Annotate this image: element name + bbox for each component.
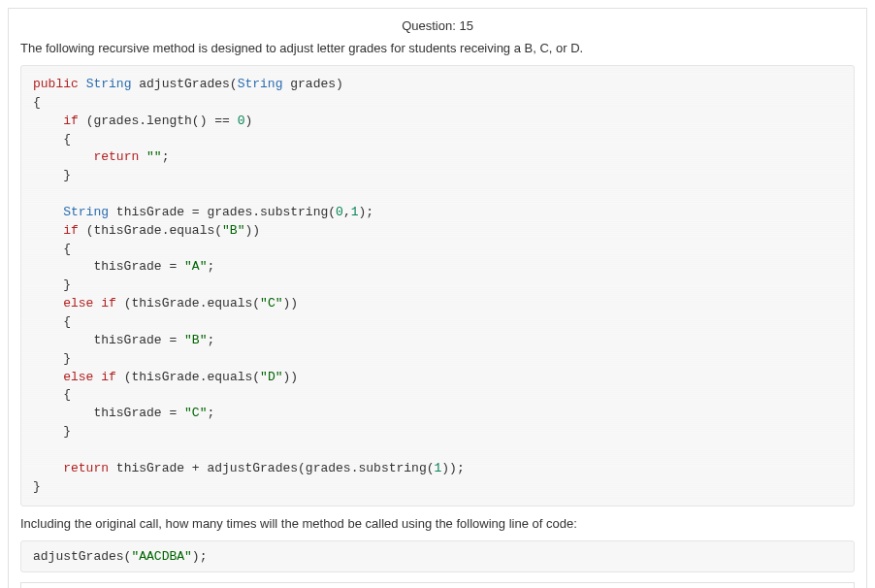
code-text [139, 149, 146, 164]
code-text: , [343, 205, 351, 219]
code-text: grades) [282, 77, 342, 91]
code-block: public String adjustGrades(String grades… [20, 65, 855, 506]
code-text: (grades.length() == [79, 114, 238, 128]
string-literal: "AACDBA" [131, 549, 191, 564]
string-literal: "A" [184, 259, 207, 274]
keyword-return: return [93, 149, 139, 164]
code-text: thisGrade = [33, 259, 184, 274]
code-text: ) [244, 114, 252, 128]
code-text [33, 149, 93, 164]
code-text: } [33, 479, 41, 494]
type-string: String [63, 205, 109, 219]
code-text: { [33, 95, 41, 110]
code-text: thisGrade = [33, 406, 184, 420]
question-header: Question: 15 [20, 18, 855, 33]
code-text: (thisGrade.equals( [79, 223, 222, 238]
code-text [33, 370, 63, 384]
code-text: thisGrade = [33, 333, 184, 347]
number-literal: 0 [336, 205, 343, 219]
keyword-if: if [63, 114, 79, 128]
number-literal: 1 [351, 205, 359, 219]
keyword-if: if [101, 370, 116, 384]
question-container: Question: 15 The following recursive met… [8, 8, 867, 588]
string-literal: "C" [260, 296, 282, 310]
code-text: ); [359, 205, 374, 219]
keyword-if: if [63, 223, 79, 238]
code-text: ; [162, 149, 170, 164]
string-literal: "" [146, 149, 162, 164]
keyword-public: public [33, 77, 79, 91]
code-text: } [33, 168, 71, 182]
code-text: thisGrade + adjustGrades(grades.substrin… [109, 461, 434, 475]
code-text: (thisGrade.equals( [116, 370, 260, 384]
code-text: )) [283, 370, 299, 384]
code-text: (thisGrade.equals( [116, 296, 260, 310]
code-text [33, 461, 63, 475]
code-text [33, 223, 63, 238]
question-intro: The following recursive method is design… [20, 41, 855, 55]
code-text: } [33, 278, 71, 292]
keyword-else: else [63, 296, 93, 310]
code-text: adjustGrades( [33, 549, 131, 564]
code-text: ; [207, 333, 214, 347]
code-text [33, 296, 63, 310]
keyword-if: if [101, 296, 116, 310]
code-text: { [33, 314, 71, 329]
code-text: )); [441, 461, 464, 475]
code-text: thisGrade = grades.substring( [109, 205, 336, 219]
code-text: { [33, 242, 71, 256]
answer-options: 3 4 7 8 [20, 582, 855, 588]
string-literal: "D" [260, 370, 282, 384]
code-text [33, 205, 63, 219]
code-text: } [33, 351, 71, 366]
type-string: String [238, 77, 283, 91]
string-literal: "B" [222, 223, 244, 238]
type-string: String [86, 77, 132, 91]
code-text: { [33, 132, 71, 147]
code-text: { [33, 387, 71, 402]
string-literal: "B" [184, 333, 207, 347]
code-text: adjustGrades( [131, 77, 237, 91]
code-text: )) [283, 296, 299, 310]
code-text: ; [207, 406, 214, 420]
code-text: )) [244, 223, 260, 238]
code-text: ); [192, 549, 208, 564]
keyword-else: else [63, 370, 93, 384]
code-text: } [33, 424, 71, 439]
code-text [33, 114, 63, 128]
keyword-return: return [63, 461, 109, 475]
question-followup: Including the original call, how many ti… [20, 516, 855, 531]
string-literal: "C" [184, 406, 207, 420]
answer-option[interactable]: 3 [20, 582, 855, 588]
code-text: ; [207, 259, 214, 274]
call-code-block: adjustGrades("AACDBA"); [20, 540, 855, 572]
